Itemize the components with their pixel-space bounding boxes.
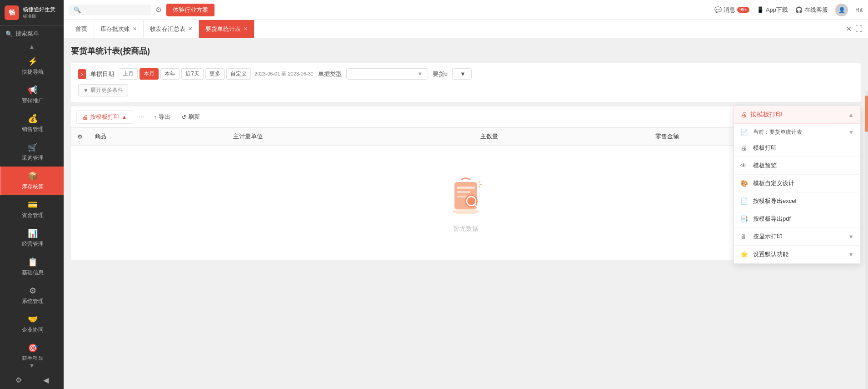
svg-rect-2 <box>457 187 475 189</box>
export-icon: ↑ <box>154 114 157 121</box>
tab-batch-accounts[interactable]: 库存批次账 ✕ <box>94 20 144 38</box>
tab-order-stats[interactable]: 要货单统计表 ✕ <box>199 20 254 38</box>
expand-more-btn[interactable]: ▼ 展开更多条件 <box>78 84 128 96</box>
app-download-btn[interactable]: 📱 App下载 <box>757 6 788 14</box>
date-btn-this-year[interactable]: 本年 <box>160 68 180 80</box>
sidebar-nav: ⚡ 快捷导航 📢 营销推广 💰 销售管理 🛒 采购管理 📦 库存核算 💳 资金管… <box>0 52 64 360</box>
dropdown-item-template-preview[interactable]: 👁 模板预览 <box>734 157 860 175</box>
display-print-arrow-icon: ▼ <box>848 233 854 240</box>
sidebar-item-enterprise[interactable]: 🤝 企业协同 <box>0 310 64 338</box>
settings-gear-icon[interactable]: ⚙ <box>155 5 162 14</box>
tab-receipts-summary[interactable]: 收发存汇总表 ✕ <box>144 20 199 38</box>
tab-home[interactable]: 首页 <box>69 20 94 38</box>
tab-order-stats-close[interactable]: ✕ <box>244 26 248 32</box>
download-icon: 📱 <box>757 6 764 13</box>
online-service-btn[interactable]: 🎧 在线客服 <box>795 6 828 14</box>
empty-text: 暂无数据 <box>453 225 479 233</box>
topbar-search-box[interactable]: 🔍 <box>69 5 151 15</box>
export-pdf-icon: 📑 <box>740 215 748 222</box>
filter-expand-arrow[interactable]: › <box>78 69 86 79</box>
filter-row-expand: ▼ 展开更多条件 <box>78 84 853 96</box>
dropdown-item-set-default[interactable]: ⭐ 设置默认功能 ▼ <box>734 246 860 263</box>
display-print-icon: 🖥 <box>740 233 748 240</box>
expand-tab-icon[interactable]: ⛶ <box>855 25 863 33</box>
page-title: 要货单统计表(按商品) <box>71 45 861 56</box>
date-btn-more[interactable]: 更多 <box>205 68 224 80</box>
search-icon: 🔍 <box>5 30 13 37</box>
print-arrow-icon: ▲ <box>121 114 127 121</box>
date-filter-label: 单据日期 <box>90 70 114 78</box>
type-filter-label: 单据类型 <box>318 70 342 78</box>
settings-icon[interactable]: ⚙ <box>15 376 22 384</box>
guide-icon: 🎯 <box>28 343 38 353</box>
tab-receipts-summary-close[interactable]: ✕ <box>188 26 192 32</box>
close-tab-icon[interactable]: ✕ <box>846 25 852 33</box>
export-btn[interactable]: ↑ 导出 <box>150 111 174 123</box>
col-unit: 主计量单位 <box>228 128 475 146</box>
sidebar-scroll-down[interactable]: ▼ <box>0 360 64 371</box>
tab-batch-accounts-close[interactable]: ✕ <box>133 26 137 32</box>
trial-btn[interactable]: 体验行业方案 <box>166 4 215 16</box>
sidebar-item-quick-nav[interactable]: ⚡ 快捷导航 <box>0 52 64 81</box>
tabbar: 首页 库存批次账 ✕ 收发存汇总表 ✕ 要货单统计表 ✕ ✕ ⛶ <box>64 20 868 38</box>
date-range: 2023-06-01 至 2023-06-30 <box>254 71 314 77</box>
filter-row-1: › 单据日期 上月 本月 本年 近7天 更多 自定义 2023-06-01 至 … <box>78 68 853 80</box>
dropdown-header-right: ▲ <box>848 111 854 118</box>
topbar-right: 💬 消息 99+ 📱 App下载 🎧 在线客服 👤 Rit <box>714 4 863 16</box>
filter-bar: › 单据日期 上月 本月 本年 近7天 更多 自定义 2023-06-01 至 … <box>71 63 861 102</box>
messages-btn[interactable]: 💬 消息 99+ <box>714 6 749 14</box>
expand-icon[interactable]: › <box>78 69 86 79</box>
sidebar-item-system[interactable]: ⚙ 系统管理 <box>0 281 64 310</box>
quick-nav-icon: ⚡ <box>28 56 38 66</box>
dropdown-item-display-print[interactable]: 🖥 按显示打印 ▼ <box>734 228 860 246</box>
svg-point-0 <box>452 209 479 214</box>
template-print-icon: 🖨 <box>740 144 748 152</box>
sidebar-footer: ⚙ ◀ <box>0 371 64 389</box>
sidebar-item-guide[interactable]: 🎯 新手引导 <box>0 338 64 360</box>
date-btn-7days[interactable]: 近7天 <box>181 68 204 80</box>
sidebar-item-purchase[interactable]: 🛒 采购管理 <box>0 138 64 167</box>
message-icon: 💬 <box>714 6 722 13</box>
sidebar-item-operations[interactable]: 📊 经营管理 <box>0 224 64 253</box>
finance-icon: 💳 <box>28 200 38 210</box>
type-select[interactable]: ▼ <box>346 68 428 80</box>
dropdown-item-template-print[interactable]: 🖨 模板打印 <box>734 139 860 157</box>
date-btn-last-month[interactable]: 上月 <box>119 68 138 80</box>
sidebar-item-sales[interactable]: 💰 销售管理 <box>0 109 64 138</box>
set-default-arrow-icon: ▼ <box>848 251 854 258</box>
avatar[interactable]: 👤 <box>835 4 848 16</box>
dots-menu-icon[interactable]: ··· <box>137 111 146 123</box>
refresh-btn[interactable]: ↺ 刷新 <box>178 111 204 123</box>
dropdown-item-export-excel[interactable]: 📄 按模板导出excel <box>734 192 860 210</box>
date-btn-custom[interactable]: 自定义 <box>226 68 251 80</box>
expand-chevron-icon: ▼ <box>83 87 89 94</box>
dropdown-item-template-design[interactable]: 🎨 模板自定义设计 <box>734 175 860 192</box>
toolbar-actions: 🖨 按模板打印 ▲ ··· ↑ 导出 ↺ 刷新 <box>76 110 204 124</box>
col-quantity: 主数量 <box>475 128 650 146</box>
sidebar-scroll-up[interactable]: ▲ <box>0 41 64 52</box>
search-input[interactable] <box>84 7 143 13</box>
print-btn[interactable]: 🖨 按模板打印 ▲ <box>76 110 133 124</box>
refresh-icon: ↺ <box>181 114 186 121</box>
sidebar-item-finance[interactable]: 💳 资金管理 <box>0 195 64 224</box>
sidebar-item-inventory[interactable]: 📦 库存核算 <box>0 167 64 195</box>
sidebar-item-marketing[interactable]: 📢 营销推广 <box>0 81 64 109</box>
dropdown-current-template: 📄 当前：要货单统计表 ▼ <box>734 124 860 139</box>
select-arrow-icon: ▼ <box>417 71 423 77</box>
yaohuotype-filter[interactable]: ▼ <box>452 68 472 80</box>
current-template-icon: 📄 <box>740 129 748 136</box>
collapse-icon[interactable]: ◀ <box>43 376 49 384</box>
app-version: 标准版 <box>23 13 55 20</box>
sidebar-item-basic[interactable]: 📋 基础信息 <box>0 253 64 281</box>
headset-icon: 🎧 <box>795 6 803 13</box>
dropdown-item-export-pdf[interactable]: 📑 按模板导出pdf <box>734 210 860 228</box>
date-btn-this-month[interactable]: 本月 <box>140 68 159 80</box>
right-scrollbar[interactable] <box>865 91 868 389</box>
chevron-up-icon[interactable]: ▲ <box>848 111 854 118</box>
main-area: 🔍 ⚙ 体验行业方案 💬 消息 99+ 📱 App下载 🎧 在线客服 👤 Rit <box>64 0 868 389</box>
printer-icon: 🖨 <box>82 114 88 121</box>
col-settings[interactable]: ⚙ <box>71 128 89 146</box>
sidebar-search[interactable]: 🔍 搜索菜单 <box>0 26 64 41</box>
scrollbar-thumb[interactable] <box>865 96 868 132</box>
template-preview-icon: 👁 <box>740 162 748 169</box>
